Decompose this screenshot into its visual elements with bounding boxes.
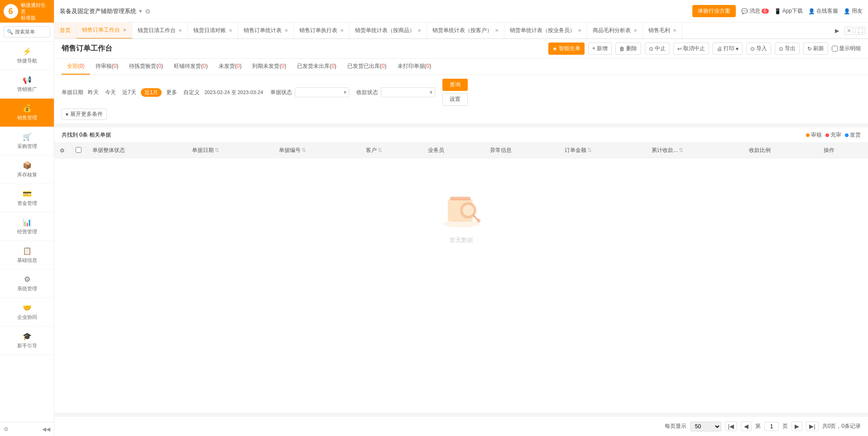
settings-icon[interactable]: ⚙ <box>4 426 9 432</box>
main-content: 装备及固定资产辅助管理系统 ▾ ⚙ 体验行业方案 💬 消息 6 📱 App下载 … <box>54 0 868 436</box>
tab-more-btn[interactable]: ▶ <box>832 28 842 34</box>
sidebar-item-system[interactable]: ⚙系统管理 <box>0 270 54 298</box>
sub-tab-shipped-out[interactable]: 已发货已出库(0) <box>342 59 392 75</box>
sub-tab-wangpu-pending[interactable]: 旺铺待发货(0) <box>168 59 213 75</box>
sub-tab-not-shipped[interactable]: 未发货(0) <box>213 59 247 75</box>
show-detail-checkbox[interactable]: 显示明细 <box>832 45 861 52</box>
service-btn[interactable]: 👤 在线客服 <box>808 7 838 15</box>
date-range: 2023-02-24 至 2023-03-24 <box>204 89 263 96</box>
tab-close-sales-summary-customer[interactable]: ✕ <box>495 28 499 33</box>
sub-tab-pending-inspect[interactable]: 待拣货验货(0) <box>124 59 168 75</box>
sidebar-item-enterprise[interactable]: 🤝企业协同 <box>0 298 54 327</box>
select-all-checkbox[interactable] <box>76 147 82 153</box>
import-btn[interactable]: ⊙ 导入 <box>746 43 771 55</box>
tab-close-gross-profit[interactable]: ✕ <box>633 28 637 33</box>
tab-close-cash-reconcile[interactable]: ✕ <box>229 28 232 33</box>
sidebar-item-sales[interactable]: 💰销售管理 <box>0 99 54 127</box>
date-opt-今天[interactable]: 今天 <box>103 88 118 97</box>
tab-sales-summary-product[interactable]: 销货单统计表（按商品）✕ <box>350 23 427 39</box>
tab-close-sales-more[interactable]: ✕ <box>673 28 676 33</box>
stop-btn[interactable]: ⊙ 中止 <box>645 43 670 55</box>
date-opt-昨天[interactable]: 昨天 <box>86 88 101 97</box>
query-btn[interactable]: 查询 <box>442 79 468 91</box>
tab-gross-profit[interactable]: 商品毛利分析表✕ <box>587 23 643 39</box>
tab-sales-summary-customer[interactable]: 销货单统计表（按客户）✕ <box>427 23 504 39</box>
cancel-stop-btn[interactable]: ↩ 取消中止 <box>673 43 709 55</box>
sort-date-icon[interactable]: ⇅ <box>215 147 219 153</box>
date-opt-自定义[interactable]: 自定义 <box>182 88 201 97</box>
user-btn[interactable]: 👤 用友 <box>844 7 863 15</box>
tab-sales-more[interactable]: 销售毛利✕ <box>643 23 682 39</box>
op-btn-审核[interactable]: 审核 <box>806 131 822 139</box>
sub-tab-not-printed[interactable]: 未打印单据(0) <box>392 59 437 75</box>
sidebar-item-guide[interactable]: 🎓新手引导 <box>0 327 54 355</box>
prev-page-btn[interactable]: ◀ <box>741 422 752 431</box>
svg-point-4 <box>463 205 474 216</box>
date-opt-更多[interactable]: 更多 <box>164 88 179 97</box>
expand-btn[interactable]: ▾ 展开更多条件 <box>62 109 107 120</box>
col-checkbox[interactable] <box>70 143 87 158</box>
tab-close-sales-summary-staff[interactable]: ✕ <box>578 28 581 33</box>
sort-amount-icon[interactable]: ⇅ <box>587 147 592 153</box>
tab-close-sales-stat[interactable]: ✕ <box>284 28 288 33</box>
page-size-select[interactable]: 50 10 20 100 <box>690 422 721 431</box>
sidebar-item-quick-nav[interactable]: ⚡快捷导航 <box>0 42 54 70</box>
tab-close-cash-daily[interactable]: ✕ <box>178 28 182 33</box>
col-settings[interactable]: ⚙ <box>54 143 70 158</box>
print-btn[interactable]: 🖨 打印 ▾ <box>713 43 743 55</box>
sub-tab-all[interactable]: 全部(0) <box>62 59 90 75</box>
first-page-btn[interactable]: |◀ <box>725 422 737 431</box>
nav-icon-guide: 🎓 <box>23 332 32 341</box>
col-ratio: 收款比例 <box>743 143 818 158</box>
payment-select[interactable] <box>381 87 435 97</box>
tab-fullscreen-icon[interactable]: ⛶ <box>855 27 865 35</box>
smart-btn[interactable]: ★ 智能生单 <box>548 43 585 55</box>
refresh-btn[interactable]: ↻ 刷新 <box>803 43 828 55</box>
tab-cash-reconcile[interactable]: 钱货日清对账✕ <box>188 23 238 39</box>
message-btn[interactable]: 💬 消息 6 <box>741 7 769 15</box>
nav-label-quick-nav: 快捷导航 <box>17 57 37 64</box>
dropdown-icon[interactable]: ▾ <box>139 8 142 14</box>
page-input[interactable] <box>764 422 779 431</box>
show-detail-input[interactable] <box>832 46 838 52</box>
export-btn[interactable]: ⊙ 导出 <box>775 43 800 55</box>
op-btn-充审[interactable]: 充审 <box>825 131 841 139</box>
tab-close-sales-exec[interactable]: ✕ <box>340 28 344 33</box>
last-page-btn[interactable]: ▶| <box>806 422 818 431</box>
tab-sales-summary-staff[interactable]: 销货单统计表（按业务员）✕ <box>504 23 587 39</box>
delete-btn[interactable]: 🗑 删除 <box>615 43 641 55</box>
sidebar-search[interactable]: 🔍 搜索菜单 <box>0 23 54 42</box>
tab-sales-workbench[interactable]: 销售订单工作台✕ <box>77 23 132 39</box>
search-menu-btn[interactable]: 🔍 搜索菜单 <box>4 26 50 38</box>
sidebar-item-finance[interactable]: 💳资金管理 <box>0 184 54 213</box>
tab-cash-daily[interactable]: 钱货日清工作台✕ <box>132 23 188 39</box>
status-select[interactable] <box>295 87 349 97</box>
sort-no-icon[interactable]: ⇅ <box>302 147 306 153</box>
sort-customer-icon[interactable]: ⇅ <box>378 147 382 153</box>
tab-home[interactable]: 首页 <box>54 23 77 39</box>
sidebar-item-operations[interactable]: 📊经营管理 <box>0 213 54 241</box>
date-opt-近1月[interactable]: 近1月 <box>141 88 162 97</box>
set-btn[interactable]: 设置 <box>442 93 468 106</box>
sub-tab-pending-review[interactable]: 待审核(0) <box>90 59 124 75</box>
sidebar-item-basic[interactable]: 📋基础信息 <box>0 241 54 270</box>
sidebar-item-marketing[interactable]: 📢营销推广 <box>0 70 54 99</box>
download-btn[interactable]: 📱 App下载 <box>774 7 803 15</box>
tab-close-all-icon[interactable]: ✕ <box>844 27 854 35</box>
add-btn[interactable]: + 新增 <box>588 43 612 55</box>
sort-collected-icon[interactable]: ⇅ <box>679 147 683 153</box>
sub-tab-expired-not-shipped[interactable]: 到期未发货(0) <box>247 59 292 75</box>
tab-close-sales-summary-product[interactable]: ✕ <box>417 28 421 33</box>
settings-icon[interactable]: ⚙ <box>145 8 151 15</box>
next-page-btn[interactable]: ▶ <box>791 422 802 431</box>
sidebar-item-purchase[interactable]: 🛒采购管理 <box>0 127 54 156</box>
op-btn-发货[interactable]: 发货 <box>845 131 861 139</box>
tab-close-sales-workbench[interactable]: ✕ <box>123 28 126 33</box>
sidebar-item-inventory[interactable]: 📦库存核算 <box>0 156 54 184</box>
solution-btn[interactable]: 体验行业方案 <box>692 5 736 17</box>
sub-tab-shipped-not-out[interactable]: 已发货未出库(0) <box>292 59 342 75</box>
date-opt-近7天[interactable]: 近7天 <box>120 88 138 97</box>
collapse-icon[interactable]: ◀◀ <box>42 426 50 432</box>
tab-sales-stat[interactable]: 销售订单统计表✕ <box>238 23 294 39</box>
tab-sales-exec[interactable]: 销售订单执行表✕ <box>294 23 350 39</box>
